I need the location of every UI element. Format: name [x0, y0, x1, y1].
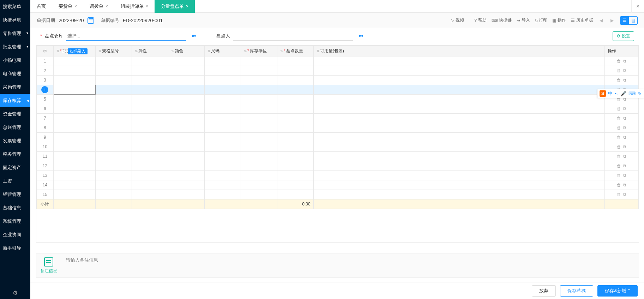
- close-icon[interactable]: ×: [186, 4, 188, 9]
- table-row[interactable]: 2🗑⧉: [37, 66, 639, 76]
- ime-punct-icon[interactable]: •․: [615, 91, 618, 96]
- delete-icon[interactable]: 🗑: [617, 154, 621, 159]
- settings-button[interactable]: ⚙ 设置: [613, 31, 634, 41]
- operate-button[interactable]: ▦操作: [552, 17, 566, 23]
- sidebar-item-13[interactable]: 工资: [0, 174, 30, 188]
- table-row[interactable]: 9🗑⧉: [37, 133, 639, 142]
- col-header-2[interactable]: ⇅属性: [132, 46, 168, 56]
- copy-icon[interactable]: ⧉: [623, 68, 626, 73]
- col-header-5[interactable]: ⇅*库存单位: [241, 46, 277, 56]
- view-list-icon[interactable]: ☰: [620, 17, 629, 24]
- sidebar-item-2[interactable]: 零售管理▾: [0, 27, 30, 40]
- delete-icon[interactable]: 🗑: [617, 163, 621, 168]
- copy-icon[interactable]: ⧉: [623, 106, 626, 111]
- copy-icon[interactable]: ⧉: [623, 183, 626, 187]
- delete-icon[interactable]: 🗑: [617, 135, 621, 140]
- close-icon[interactable]: ×: [106, 4, 108, 9]
- copy-icon[interactable]: ⧉: [623, 192, 626, 197]
- delete-icon[interactable]: 🗑: [617, 173, 621, 178]
- table-row[interactable]: 8🗑⧉: [37, 123, 639, 133]
- warehouse-more-icon[interactable]: •••: [192, 33, 195, 39]
- col-header-7[interactable]: ⇅可用量(包装): [313, 46, 604, 56]
- sidebar-item-16[interactable]: 系统管理: [0, 215, 30, 228]
- close-all-tabs[interactable]: ×: [631, 0, 644, 13]
- delete-icon[interactable]: 🗑: [617, 125, 621, 130]
- add-row-icon[interactable]: +: [41, 86, 48, 93]
- tab-0[interactable]: 首页: [30, 0, 52, 13]
- table-row[interactable]: 1🗑⧉: [37, 56, 639, 66]
- sidebar-item-12[interactable]: 固定资产: [0, 161, 30, 174]
- remarks-input[interactable]: [61, 253, 639, 277]
- table-row[interactable]: 5🗑⧉: [37, 95, 639, 104]
- save-new-button[interactable]: 保存&新增˄: [597, 285, 638, 297]
- table-row[interactable]: 10🗑⧉: [37, 142, 639, 152]
- delete-icon[interactable]: 🗑: [617, 192, 621, 197]
- sidebar-item-5[interactable]: 电商管理: [0, 67, 30, 80]
- person-more-icon[interactable]: •••: [359, 33, 362, 39]
- col-header-1[interactable]: ⇅规格型号: [96, 46, 132, 56]
- ime-lang[interactable]: 中: [608, 90, 613, 97]
- discard-button[interactable]: 放弃: [532, 285, 556, 297]
- tab-1[interactable]: 要货单×: [52, 0, 83, 13]
- copy-icon[interactable]: ⧉: [623, 59, 626, 64]
- gear-icon[interactable]: ⚙: [13, 290, 18, 296]
- history-button[interactable]: ☰历史单据: [571, 17, 593, 23]
- copy-icon[interactable]: ⧉: [623, 173, 626, 178]
- date-value[interactable]: 2022-09-20: [59, 18, 84, 23]
- print-button[interactable]: ⎙打印: [535, 17, 547, 23]
- copy-icon[interactable]: ⧉: [623, 163, 626, 168]
- shortcut-button[interactable]: ⌨快捷键: [492, 17, 512, 23]
- delete-icon[interactable]: 🗑: [617, 59, 621, 64]
- sidebar-item-4[interactable]: 小畅电商: [0, 54, 30, 67]
- sidebar-item-6[interactable]: 采购管理: [0, 80, 30, 94]
- col-header-3[interactable]: ⇅颜色: [168, 46, 205, 56]
- prev-doc-icon[interactable]: ◀: [598, 18, 604, 23]
- sidebar-item-10[interactable]: 发票管理: [0, 134, 30, 148]
- gear-icon[interactable]: ⚙: [43, 49, 47, 54]
- sidebar-item-18[interactable]: 新手引导: [0, 241, 30, 255]
- next-doc-icon[interactable]: ▶: [609, 18, 615, 23]
- view-grid-icon[interactable]: ▤: [629, 17, 637, 24]
- table-row[interactable]: 6🗑⧉: [37, 104, 639, 114]
- sidebar-item-14[interactable]: 经营管理: [0, 188, 30, 201]
- video-button[interactable]: ▷视频: [451, 17, 464, 23]
- copy-icon[interactable]: ⧉: [623, 125, 626, 130]
- person-input[interactable]: [233, 31, 353, 41]
- ime-toolbar[interactable]: S 中 •․ 🎤 ⌨ ✎: [597, 89, 644, 98]
- table-row[interactable]: 11🗑⧉: [37, 152, 639, 161]
- col-header-0[interactable]: ⇅*商品扫码录入: [53, 46, 96, 56]
- delete-icon[interactable]: 🗑: [617, 78, 621, 83]
- sidebar-item-9[interactable]: 总账管理: [0, 121, 30, 134]
- calendar-icon[interactable]: [88, 17, 94, 24]
- table-row[interactable]: 15🗑⧉: [37, 190, 639, 199]
- tab-3[interactable]: 组装拆卸单×: [114, 0, 155, 13]
- sidebar-item-3[interactable]: 批发管理▾: [0, 40, 30, 54]
- col-header-4[interactable]: ⇅尺码: [205, 46, 241, 56]
- ime-mic-icon[interactable]: 🎤: [620, 91, 626, 96]
- table-row[interactable]: 3🗑⧉: [37, 76, 639, 85]
- table-row[interactable]: 12🗑⧉: [37, 161, 639, 171]
- delete-icon[interactable]: 🗑: [617, 183, 621, 187]
- ime-keyboard-icon[interactable]: ⌨: [628, 91, 636, 96]
- save-draft-button[interactable]: 保存草稿: [560, 285, 593, 297]
- col-header-6[interactable]: ⇅*盘点数量: [277, 46, 313, 56]
- ime-skin-icon[interactable]: ✎: [638, 91, 642, 96]
- scan-badge[interactable]: 扫码录入: [68, 48, 88, 54]
- table-row[interactable]: 13🗑⧉: [37, 171, 639, 180]
- sidebar-item-11[interactable]: 税务管理: [0, 148, 30, 161]
- copy-icon[interactable]: ⧉: [623, 116, 626, 121]
- sidebar-item-0[interactable]: 搜索菜单: [0, 0, 30, 13]
- copy-icon[interactable]: ⧉: [623, 154, 626, 159]
- import-button[interactable]: ⇥导入: [517, 17, 530, 23]
- close-icon[interactable]: ×: [146, 4, 148, 9]
- table-row[interactable]: +🗑⧉: [37, 85, 639, 95]
- copy-icon[interactable]: ⧉: [623, 78, 626, 83]
- copy-icon[interactable]: ⧉: [623, 135, 626, 140]
- sidebar-item-17[interactable]: 企业协同: [0, 228, 30, 241]
- close-icon[interactable]: ×: [74, 4, 77, 9]
- tab-2[interactable]: 调拨单×: [83, 0, 114, 13]
- delete-icon[interactable]: 🗑: [617, 144, 621, 149]
- delete-icon[interactable]: 🗑: [617, 106, 621, 111]
- sidebar-item-7[interactable]: 库存核算◂: [0, 94, 30, 107]
- delete-icon[interactable]: 🗑: [617, 116, 621, 121]
